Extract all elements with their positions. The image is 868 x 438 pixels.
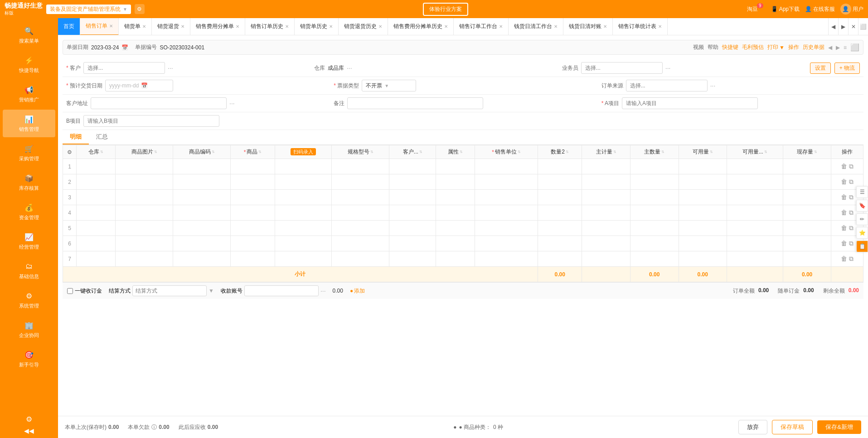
gear-th-icon[interactable]: ⚙ — [67, 149, 72, 155]
payment-account-input[interactable] — [244, 285, 319, 296]
project-a-input[interactable] — [622, 97, 758, 109]
row-6-cust-code[interactable] — [389, 236, 436, 251]
row-1-cust-code[interactable] — [389, 159, 436, 174]
tab-sales-order[interactable]: 销售订单 ✕ — [80, 18, 119, 35]
row-1-unit[interactable] — [475, 159, 538, 174]
help-btn[interactable]: 帮助 — [708, 43, 718, 51]
tab-close-cash-rec[interactable]: ✕ — [603, 24, 607, 29]
row-2-unit[interactable] — [475, 174, 538, 190]
scan-button[interactable]: 扫码录入 — [291, 148, 316, 155]
tab-sales-return-history[interactable]: 销货单历史 ✕ — [295, 18, 339, 35]
row-1-warehouse[interactable] — [77, 159, 116, 174]
tab-sales-stat[interactable]: 销售订单统计表 ✕ — [613, 18, 668, 35]
nav-prev[interactable]: ◀ — [828, 44, 832, 51]
row-7-main-qty[interactable] — [630, 251, 679, 267]
row-5-qty2[interactable] — [538, 221, 582, 236]
row-7-unit[interactable] — [475, 251, 538, 267]
row-4-spec[interactable] — [332, 205, 389, 221]
row-3-attr[interactable] — [436, 190, 475, 205]
row-5-product[interactable] — [231, 221, 275, 236]
customer-more-btn[interactable]: ··· — [168, 64, 173, 72]
row-5-main-unit[interactable] — [582, 221, 630, 236]
row-7-main-unit[interactable] — [582, 251, 630, 267]
float-btn-2[interactable]: 🔖 — [856, 200, 868, 212]
row-1-copy-btn[interactable]: ⧉ — [849, 163, 853, 170]
row-7-attr[interactable] — [436, 251, 475, 267]
th-gear[interactable]: ⚙ — [63, 145, 77, 159]
row-5-warehouse[interactable] — [77, 221, 116, 236]
order-source-more-btn[interactable]: ··· — [710, 82, 716, 89]
print-btn[interactable]: 打印 ▼ — [767, 43, 785, 51]
tab-more[interactable]: ✕ — [848, 18, 858, 35]
sidebar-item-sales[interactable]: 📊 销售管理 — [3, 110, 55, 137]
row-2-spec[interactable] — [332, 174, 389, 190]
row-4-main-qty[interactable] — [630, 205, 679, 221]
row-7-spec[interactable] — [332, 251, 389, 267]
quick-confirm-checkbox[interactable]: 一键收订金 — [67, 287, 102, 295]
row-6-unit[interactable] — [475, 236, 538, 251]
row-2-warehouse[interactable] — [77, 174, 116, 190]
app-download-btn[interactable]: 📱 App下载 — [771, 5, 800, 13]
remark-input[interactable] — [347, 97, 483, 109]
row-1-delete-btn[interactable]: 🗑 — [841, 163, 847, 170]
row-7-product[interactable] — [231, 251, 275, 267]
date-icon[interactable]: 📅 — [121, 44, 128, 51]
row-2-sku[interactable] — [173, 174, 231, 190]
tab-close-sales-stat[interactable]: ✕ — [658, 24, 662, 29]
user-area[interactable]: 👤 用户 — [840, 4, 863, 14]
invoice-type-select[interactable]: 不开票 ▼ — [362, 80, 416, 91]
sidebar-collapse-btn[interactable]: ◀◀ — [24, 427, 34, 434]
row-6-main-unit[interactable] — [582, 236, 630, 251]
row-3-cust-code[interactable] — [389, 190, 436, 205]
row-2-main-qty[interactable] — [630, 174, 679, 190]
row-6-attr[interactable] — [436, 236, 475, 251]
row-6-qty2[interactable] — [538, 236, 582, 251]
row-6-delete-btn[interactable]: 🗑 — [841, 240, 847, 247]
row-6-product[interactable] — [231, 236, 275, 251]
customer-input[interactable] — [83, 62, 165, 74]
row-1-main-qty[interactable] — [630, 159, 679, 174]
sidebar-settings-icon[interactable]: ⚙ — [26, 415, 32, 424]
float-btn-3[interactable]: ✏ — [856, 213, 868, 225]
sidebar-item-marketing[interactable]: 📢 营销推广 — [3, 80, 55, 108]
sidebar-item-inventory[interactable]: 📦 库存核算 — [3, 168, 55, 196]
view-btn[interactable]: 视频 — [693, 43, 704, 51]
row-7-qty2[interactable] — [538, 251, 582, 267]
tab-sales-refund-history[interactable]: 销货退货历史 ✕ — [339, 18, 388, 35]
row-5-delete-btn[interactable]: 🗑 — [841, 224, 847, 232]
float-btn-1[interactable]: ☰ — [856, 186, 868, 198]
delivery-date-input[interactable]: yyyy-mm-dd 📅 — [105, 80, 173, 91]
tab-expand[interactable]: ⬜ — [858, 18, 868, 35]
row-4-main-unit[interactable] — [582, 205, 630, 221]
staff-more-btn[interactable]: ··· — [665, 64, 671, 72]
tab-close-refund-hist[interactable]: ✕ — [378, 24, 382, 29]
tab-scroll-right[interactable]: ▶ — [838, 18, 848, 35]
row-6-copy-btn[interactable]: ⧉ — [849, 240, 853, 247]
sidebar-item-operations[interactable]: 📈 经营管理 — [3, 227, 55, 255]
tab-close-sales-cost[interactable]: ✕ — [236, 24, 239, 29]
shortcut-btn[interactable]: 快捷键 — [722, 43, 738, 51]
row-2-delete-btn[interactable]: 🗑 — [841, 178, 847, 186]
row-4-product[interactable] — [231, 205, 275, 221]
payment-account-more[interactable]: ··· — [320, 287, 326, 294]
tab-close-sales-order[interactable]: ✕ — [109, 24, 113, 29]
staff-input[interactable] — [581, 62, 663, 74]
row-7-warehouse[interactable] — [77, 251, 116, 267]
row-5-sku[interactable] — [173, 221, 231, 236]
payment-method-input[interactable] — [132, 285, 207, 296]
row-1-product[interactable] — [231, 159, 275, 174]
row-6-sku[interactable] — [173, 236, 231, 251]
logistics-action-btn[interactable]: + 物流 — [834, 63, 860, 74]
row-2-product[interactable] — [231, 174, 275, 190]
row-3-unit[interactable] — [475, 190, 538, 205]
row-1-main-unit[interactable] — [582, 159, 630, 174]
customer-addr-input[interactable] — [91, 97, 227, 109]
row-7-cust-code[interactable] — [389, 251, 436, 267]
row-4-qty2[interactable] — [538, 205, 582, 221]
row-5-copy-btn[interactable]: ⧉ — [849, 224, 853, 232]
settings-icon[interactable]: ⚙ — [135, 4, 145, 14]
tab-cash-reconcile[interactable]: 钱货日清对账 ✕ — [563, 18, 613, 35]
tab-sales-cost-history[interactable]: 销售费用分摊单历史 ✕ — [388, 18, 454, 35]
row-1-spec[interactable] — [332, 159, 389, 174]
notification-icon[interactable]: 淘豆 9 — [747, 5, 766, 13]
